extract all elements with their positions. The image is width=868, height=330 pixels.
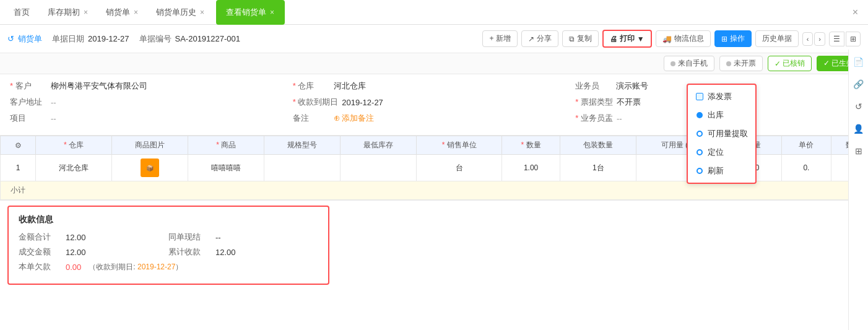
toolbar-actions: + 新增 ↗ 分享 ⧉ 复制 🖨 打印 ▼ 🚚 物流信息 [482, 30, 861, 48]
operations-dropdown: 添发票 出库 可用量提取 定位 刷新 [687, 84, 757, 184]
share-button[interactable]: ↗ 分享 [521, 30, 558, 47]
nav-arrows: ‹ › [802, 32, 825, 46]
total-field: 金额合计 12.00 [19, 232, 168, 243]
check2-icon: ✓ [823, 59, 830, 67]
sidebar-link-icon[interactable]: 🔗 [851, 77, 866, 92]
sidebar-refresh-icon[interactable]: ↺ [851, 99, 866, 114]
operations-button[interactable]: ⊞ 操作 [714, 30, 752, 47]
copy-button[interactable]: ⧉ 复制 [562, 30, 599, 47]
new-button[interactable]: + 新增 [482, 30, 517, 47]
transaction-field: 成交金额 12.00 [19, 246, 168, 258]
refresh-item[interactable]: 刷新 [688, 162, 755, 180]
row-qty: 1.00 [501, 155, 560, 181]
settings-icon[interactable]: ⚙ [15, 141, 22, 150]
col-spec: 规格型号 [264, 136, 341, 155]
print-button[interactable]: 🖨 打印 ▼ [602, 30, 652, 48]
mobile-dot [671, 61, 675, 66]
due-date-label: 收款到期日 [293, 97, 339, 108]
tab-inventory-init[interactable]: 库存期初 × [39, 0, 97, 25]
print-dropdown-arrow: ▼ [637, 35, 644, 43]
available-qty-icon [695, 129, 704, 138]
outbound-item[interactable]: 出库 [688, 106, 755, 124]
add-invoice-icon [695, 92, 704, 101]
add-note-button[interactable]: ⊕ 添加备注 [334, 113, 576, 124]
window-close-button[interactable]: × [848, 7, 863, 18]
tab-close-sales-history[interactable]: × [200, 8, 204, 17]
payment-row-2: 成交金额 12.00 累计收款 12.00 [19, 246, 318, 258]
cumulative-field: 累计收款 12.00 [168, 246, 318, 258]
row-product: 嘻嘻嘻嘻 [188, 155, 264, 181]
row-img: 📦 [112, 155, 188, 181]
total-value: 12.00 [66, 233, 86, 242]
plus-icon: ⊕ [334, 113, 340, 123]
ops-icon: ⊞ [721, 35, 727, 43]
due-date-field: 收款到期日 2019-12-27 [293, 97, 576, 108]
view-toggle: ☰ ⊞ [829, 32, 861, 46]
list-view-button[interactable]: ☰ [829, 32, 844, 46]
customer-value: 柳州粤港平安气体有限公司 [51, 80, 293, 92]
row-price: 0. [781, 155, 831, 181]
doc-number-field: 单据编号 SA-20191227-001 [139, 33, 241, 45]
share-icon: ↗ [528, 35, 534, 43]
payment-info: 收款信息 金额合计 12.00 同单现结 -- 成交金额 12.00 [7, 206, 329, 285]
col-qty: 数量 [501, 136, 560, 155]
warehouse-value: 河北仓库 [334, 80, 576, 92]
due-date-note: 2019-12-27 [137, 263, 175, 271]
sidebar-document-icon[interactable]: 📄 [851, 54, 866, 69]
outbound-icon [695, 111, 704, 119]
col-img: 商品图片 [112, 136, 188, 155]
tab-close-view-sales-order[interactable]: × [270, 8, 274, 17]
nav-next-button[interactable]: › [814, 32, 825, 46]
row-spec [264, 155, 341, 181]
tab-close-sales-order[interactable]: × [134, 8, 138, 17]
copy-icon: ⧉ [569, 35, 575, 43]
subtotal-label: 小计 [1, 181, 868, 200]
same-order-field: 同单现结 -- [168, 232, 318, 243]
row-pkg-qty: 1台 [560, 155, 636, 181]
add-invoice-item[interactable]: 添发票 [688, 87, 755, 106]
address-value: -- [51, 98, 293, 107]
secondary-toolbar: 来自手机 未开票 ✓ 已核销 ✓ 已生效 [0, 53, 868, 74]
sidebar-grid-icon[interactable]: ⊞ [851, 144, 866, 158]
tab-sales-order[interactable]: 销货单 × [97, 0, 147, 25]
col-product: 商品 [188, 136, 264, 155]
project-label: 项目 [10, 113, 47, 124]
warehouse-field: 仓库 河北仓库 [293, 80, 576, 92]
tab-sales-history[interactable]: 销货单历史 × [147, 0, 214, 25]
same-order-value: -- [215, 233, 221, 242]
tab-view-sales-order[interactable]: 查看销货单 × [216, 0, 285, 25]
grid-view-button[interactable]: ⊞ [846, 32, 861, 46]
due-date-value: 2019-12-27 [342, 98, 575, 107]
already-cancelled-button[interactable]: ✓ 已核销 [768, 56, 812, 71]
row-warehouse: 河北仓库 [36, 155, 112, 181]
sidebar-user-icon[interactable]: 👤 [851, 121, 866, 136]
address-label: 客户地址 [10, 97, 47, 108]
address-field: 客户地址 -- [10, 97, 293, 108]
payment-row-1: 金额合计 12.00 同单现结 -- [19, 232, 318, 243]
right-sidebar: 📄 🔗 ↺ 👤 ⊞ ⤢ [848, 50, 868, 330]
logistics-button[interactable]: 🚚 物流信息 [656, 30, 711, 47]
col-warehouse: 仓库 [36, 136, 112, 155]
locate-icon [695, 148, 704, 157]
toolbar: ↺ 销货单 单据日期 2019-12-27 单据编号 SA-20191227-0… [0, 25, 868, 53]
doc-icon: ↺ [7, 34, 14, 43]
print-icon: 🖨 [610, 35, 617, 43]
tab-home[interactable]: 首页 [5, 0, 39, 25]
available-qty-item[interactable]: 可用量提取 [688, 124, 755, 143]
arrears-field: 本单欠款 0.00 [19, 261, 81, 272]
locate-item[interactable]: 定位 [688, 143, 755, 162]
col-settings: ⚙ [1, 136, 36, 155]
payment-row-3: 本单欠款 0.00 （收款到期日: 2019-12-27） [19, 261, 318, 272]
warehouse-label: 仓库 [293, 80, 330, 92]
nav-prev-button[interactable]: ‹ [802, 32, 814, 46]
not-opened-button[interactable]: 未开票 [719, 56, 763, 71]
note-field: 备注 ⊕ 添加备注 [293, 113, 576, 124]
col-price: 单价 [781, 136, 831, 155]
from-mobile-button[interactable]: 来自手机 [664, 56, 714, 71]
tab-close-inventory-init[interactable]: × [84, 8, 88, 17]
arrears-value: 0.00 [66, 263, 81, 272]
row-index: 1 [1, 155, 36, 181]
main-content: ↺ 销货单 单据日期 2019-12-27 单据编号 SA-20191227-0… [0, 25, 868, 330]
project-field: 项目 -- [10, 113, 293, 124]
history-button[interactable]: 历史单据 [755, 30, 799, 47]
